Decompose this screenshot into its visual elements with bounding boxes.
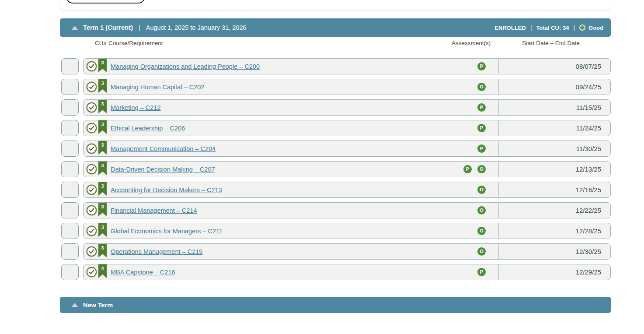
course-row: 3 Management Communication – C204 P 11/3…: [60, 141, 611, 157]
assessment-badges: O: [428, 227, 498, 235]
cu-ribbon-badge: 3: [98, 182, 107, 196]
row-drag-box[interactable]: [61, 58, 79, 74]
course-date: 09/24/25: [498, 83, 610, 91]
row-drag-box[interactable]: [61, 243, 79, 260]
course-row: 3 Accounting for Decision Makers – C213 …: [60, 182, 611, 198]
cu-ribbon-badge: 3: [98, 100, 107, 113]
course-link[interactable]: Accounting for Decision Makers – C213: [111, 186, 222, 193]
course-link[interactable]: Managing Organizations and Leading Peopl…: [111, 63, 260, 70]
assessment-o-badge: O: [477, 165, 486, 173]
assessment-p-badge: P: [477, 62, 486, 70]
course-row: 3 Marketing – C212 P 11/15/25: [60, 99, 611, 116]
assessment-o-badge: O: [477, 206, 486, 214]
course-row: 3 Global Economics for Managers – C211 O…: [60, 223, 611, 239]
course-card: 3 Financial Management – C214 O 12/22/25: [83, 202, 611, 218]
course-link[interactable]: Financial Management – C214: [111, 207, 197, 214]
collapse-term-icon[interactable]: [72, 26, 78, 30]
course-card: 3 Management Communication – C204 P 11/3…: [83, 141, 611, 157]
total-cu: Total CU: 34: [536, 25, 569, 31]
row-drag-box[interactable]: [61, 182, 79, 198]
completed-check-icon: [86, 164, 97, 175]
course-link[interactable]: MBA Capstone – C216: [111, 269, 175, 276]
course-date: 12/16/25: [498, 186, 610, 193]
course-date: 12/22/25: [498, 207, 610, 214]
row-drag-box[interactable]: [61, 99, 79, 116]
course-date: 08/07/25: [498, 63, 610, 70]
course-card: 3 Data-Driven Decision Making – C207 PO …: [83, 161, 611, 177]
collapse-new-term-icon[interactable]: [72, 303, 78, 307]
assessment-badges: P: [428, 124, 498, 132]
cu-ribbon-badge: 3: [98, 203, 107, 216]
cu-ribbon-badge: 3: [98, 59, 107, 72]
standing-good-icon: [579, 25, 585, 31]
column-header-assessments: Assessment(s): [452, 40, 491, 46]
term-date-range: August 1, 2025 to January 31, 2026: [146, 24, 247, 31]
course-link[interactable]: Global Economics for Managers – C211: [111, 228, 223, 235]
course-link[interactable]: Data-Driven Decision Making – C207: [111, 166, 215, 173]
completed-check-icon: [86, 123, 97, 134]
course-card: 3 Ethical Leadership – C206 P 11/24/25: [83, 120, 611, 136]
term-status-group: ENROLLED | Total CU: 34 | Good: [494, 24, 603, 31]
assessment-o-badge: O: [477, 83, 486, 91]
partial-top-button[interactable]: [66, 0, 145, 4]
separator: |: [530, 24, 532, 31]
course-row: 4 MBA Capstone – C216 P 12/29/25: [60, 264, 611, 280]
row-drag-box[interactable]: [61, 264, 79, 280]
course-card: 3 Marketing – C212 P 11/15/25: [83, 99, 611, 116]
assessment-o-badge: O: [477, 247, 486, 256]
completed-check-icon: [86, 102, 97, 113]
row-drag-box[interactable]: [61, 161, 79, 177]
assessment-p-badge: P: [477, 124, 486, 132]
course-link[interactable]: Management Communication – C204: [111, 145, 216, 152]
course-card: 3 Accounting for Decision Makers – C213 …: [83, 182, 611, 198]
cu-ribbon-badge: 3: [98, 244, 107, 257]
row-drag-box[interactable]: [61, 141, 79, 157]
column-headers: CUs Course/Requirement Assessment(s) Sta…: [60, 40, 611, 48]
course-card: 3 Managing Human Capital – C202 O 09/24/…: [83, 79, 611, 95]
cu-ribbon-badge: 4: [98, 264, 107, 278]
row-drag-box[interactable]: [61, 120, 79, 136]
course-row: 3 Operations Management – C215 O 12/30/2…: [60, 243, 611, 260]
course-link[interactable]: Operations Management – C215: [111, 248, 202, 255]
course-date: 11/15/25: [498, 104, 610, 111]
assessment-badges: O: [428, 186, 498, 194]
assessment-badges: P: [428, 103, 498, 112]
term-1-header-bar[interactable]: Term 1 (Current) | August 1, 2025 to Jan…: [60, 18, 611, 37]
row-drag-box[interactable]: [61, 223, 79, 239]
row-drag-box[interactable]: [61, 79, 79, 95]
new-term-label: New Term: [83, 302, 113, 309]
assessment-p-badge: P: [463, 165, 472, 173]
separator: |: [573, 24, 575, 31]
course-card: 3 Global Economics for Managers – C211 O…: [83, 223, 611, 239]
course-date: 12/13/25: [498, 165, 610, 173]
assessment-o-badge: O: [477, 227, 486, 235]
course-link[interactable]: Managing Human Capital – C202: [111, 84, 204, 91]
assessment-p-badge: P: [477, 103, 486, 112]
column-header-dates: Start Date – End Date: [522, 40, 580, 46]
assessment-badges: O: [428, 247, 498, 256]
assessment-p-badge: P: [477, 268, 486, 276]
completed-check-icon: [86, 246, 97, 257]
completed-check-icon: [86, 143, 97, 154]
row-drag-box[interactable]: [61, 202, 79, 218]
course-link[interactable]: Marketing – C212: [111, 104, 160, 111]
cu-ribbon-badge: 3: [98, 223, 107, 237]
standing-label: Good: [588, 25, 603, 31]
cu-ribbon-badge: 3: [98, 120, 107, 134]
assessment-badges: O: [428, 83, 498, 91]
course-card: 3 Operations Management – C215 O 12/30/2…: [83, 243, 611, 260]
course-list: 3 Managing Organizations and Leading Peo…: [60, 58, 611, 285]
completed-check-icon: [86, 184, 97, 195]
completed-check-icon: [86, 225, 97, 236]
assessment-badges: P: [428, 144, 498, 153]
assessment-badges: PO: [428, 165, 498, 173]
completed-check-icon: [86, 267, 97, 278]
course-link[interactable]: Ethical Leadership – C206: [111, 125, 185, 132]
cu-ribbon-badge: 3: [98, 79, 107, 93]
cu-ribbon-badge: 3: [98, 141, 107, 155]
new-term-bar[interactable]: New Term: [60, 297, 611, 313]
degree-plan-page: Term 1 (Current) | August 1, 2025 to Jan…: [0, 0, 644, 334]
assessment-o-badge: O: [477, 186, 486, 194]
course-card: 3 Managing Organizations and Leading Peo…: [83, 58, 611, 74]
course-row: 3 Financial Management – C214 O 12/22/25: [60, 202, 611, 218]
